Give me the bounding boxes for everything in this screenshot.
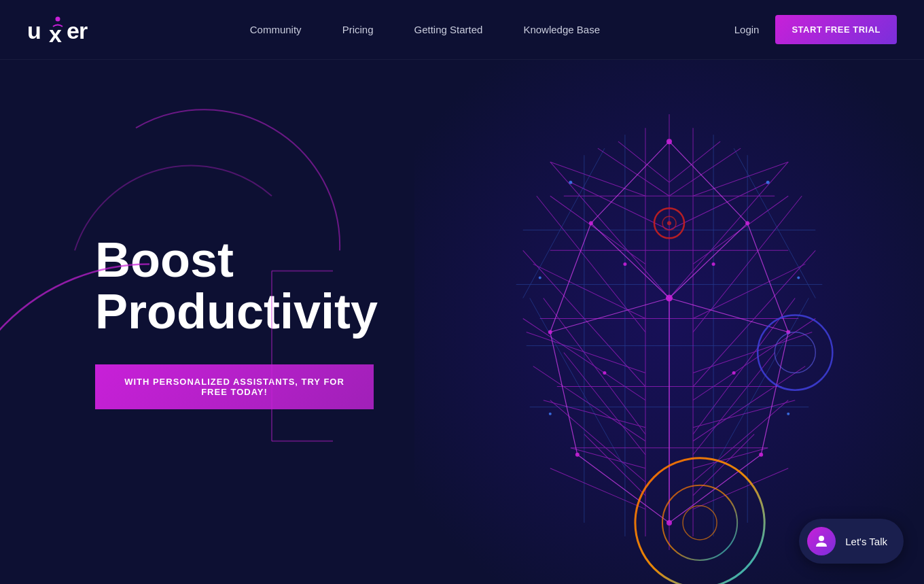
nav-item-pricing[interactable]: Pricing [322,0,394,60]
nav-item-knowledge-base[interactable]: Knowledge Base [503,0,620,60]
svg-point-77 [589,221,593,225]
svg-point-79 [548,330,552,334]
logo-svg: u x er [27,13,116,47]
navbar: u x er Community Pricing Getting Started… [0,0,924,60]
svg-point-86 [712,262,715,266]
svg-point-90 [766,181,770,184]
hero-section: Boost Productivity WITH PERSONALIZED ASS… [0,0,924,584]
hero-left: Boost Productivity WITH PERSONALIZED ASS… [0,60,414,584]
svg-point-87 [603,371,606,375]
svg-point-91 [539,276,541,279]
svg-point-83 [667,520,672,526]
logo[interactable]: u x er [27,13,116,47]
svg-point-97 [667,221,671,225]
svg-point-85 [623,262,626,266]
chat-avatar [807,527,836,555]
svg-point-81 [575,453,580,457]
svg-point-92 [797,276,800,279]
svg-point-84 [666,294,673,301]
svg-point-94 [787,413,789,415]
svg-text:x: x [49,21,62,47]
brain-visualization [414,60,924,584]
svg-text:er: er [67,18,88,44]
logo-text: u x er [27,13,116,47]
svg-point-82 [759,453,763,457]
hero-right [414,60,924,584]
nav-item-community[interactable]: Community [230,0,322,60]
svg-point-103 [819,536,824,541]
nav-item-getting-started[interactable]: Getting Started [393,0,503,60]
chat-widget[interactable]: Let's Talk [799,519,904,564]
start-trial-button[interactable]: START FREE TRIAL [775,15,897,44]
svg-point-89 [569,181,572,184]
svg-point-93 [549,413,552,415]
nav-links: Community Pricing Getting Started Knowle… [230,0,620,60]
login-link[interactable]: Login [734,24,760,35]
hero-cta-button[interactable]: WITH PERSONALIZED ASSISTANTS, TRY FOR FR… [95,364,374,409]
hero-title: Boost Productivity [95,235,374,337]
svg-point-76 [667,139,672,144]
svg-point-78 [745,221,749,225]
chat-label: Let's Talk [845,536,887,547]
nav-right: Login START FREE TRIAL [734,15,897,44]
svg-point-88 [732,371,736,375]
svg-text:u: u [27,18,41,44]
